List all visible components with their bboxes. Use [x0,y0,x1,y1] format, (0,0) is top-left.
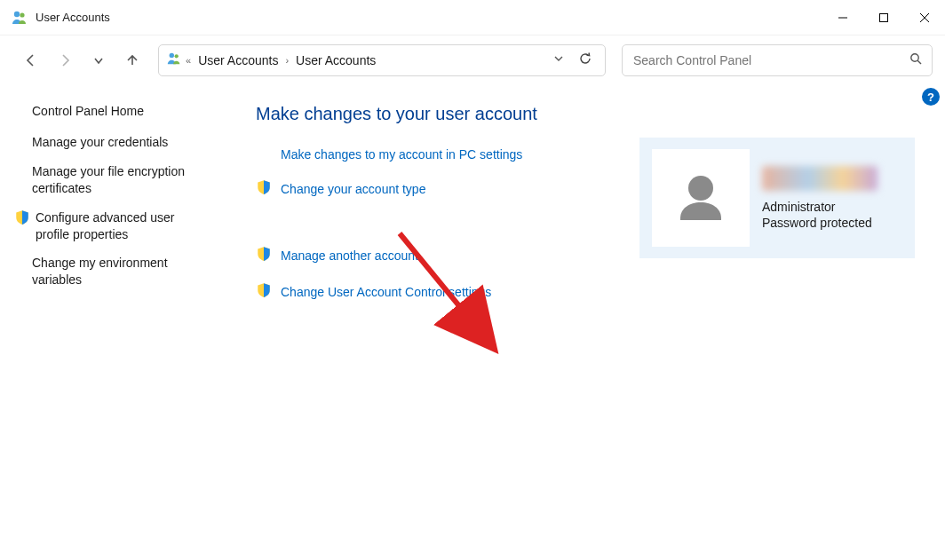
shield-icon [14,209,30,230]
main-panel: Make changes to your user account Make c… [222,84,945,560]
back-button[interactable] [16,45,46,75]
svg-point-6 [170,53,174,58]
search-icon [909,52,923,68]
control-panel-home-link[interactable]: Control Panel Home [32,104,213,118]
account-role: Administrator [762,200,878,214]
svg-point-7 [175,54,179,58]
sidebar-item-file-encryption[interactable]: Manage your file encryption certificates [32,163,210,197]
address-dropdown[interactable] [548,53,569,67]
search-input[interactable] [631,52,909,68]
maximize-button[interactable] [863,0,904,35]
up-button[interactable] [117,45,147,75]
chevron-left-icon: « [186,55,191,66]
recent-locations-button[interactable] [83,45,114,75]
svg-line-9 [917,60,921,64]
sidebar-item-advanced-profile[interactable]: Configure advanced user profile properti… [32,209,210,243]
shield-icon [256,179,272,198]
sidebar-item-env-vars[interactable]: Change my environment variables [32,255,210,288]
sidebar: Control Panel Home Manage your credentia… [0,84,222,560]
breadcrumb-level2[interactable]: User Accounts [292,51,379,69]
breadcrumb-level1[interactable]: User Accounts [195,51,282,69]
address-bar[interactable]: « User Accounts › User Accounts [158,44,606,76]
svg-point-0 [14,11,20,16]
shield-icon [256,246,272,264]
forward-button[interactable] [50,45,80,75]
sidebar-item-label: Manage your file encryption certificates [32,163,210,197]
action-label: Change User Account Control settings [281,285,491,299]
sidebar-item-credentials[interactable]: Manage your credentials [32,134,210,151]
refresh-button[interactable] [573,51,598,68]
svg-point-1 [20,12,24,17]
account-status: Password protected [762,216,878,230]
sidebar-item-label: Change my environment variables [32,255,210,288]
sidebar-item-label: Configure advanced user profile properti… [36,209,210,243]
sidebar-item-label: Manage your credentials [32,134,168,151]
close-button[interactable] [904,0,945,35]
avatar-frame [652,149,750,247]
action-label: Make changes to my account in PC setting… [281,147,522,162]
account-tile: Administrator Password protected [639,138,915,258]
search-box[interactable] [622,44,933,76]
window-title: User Accounts [36,11,110,24]
account-username-redacted [762,166,878,191]
action-label: Change your account type [281,182,425,196]
action-uac-settings[interactable]: Change User Account Control settings [256,282,927,301]
page-heading: Make changes to your user account [256,104,927,124]
svg-point-10 [688,176,713,201]
toolbar: « User Accounts › User Accounts [0,35,945,84]
user-accounts-icon [11,9,28,27]
svg-rect-3 [880,13,888,21]
chevron-right-icon: › [285,55,289,66]
avatar-icon [670,167,732,229]
titlebar: User Accounts [0,0,945,35]
svg-point-8 [911,53,918,60]
action-label: Manage another account [281,248,418,263]
minimize-button[interactable] [822,0,863,35]
shield-icon [256,282,272,301]
user-accounts-icon [166,51,182,69]
